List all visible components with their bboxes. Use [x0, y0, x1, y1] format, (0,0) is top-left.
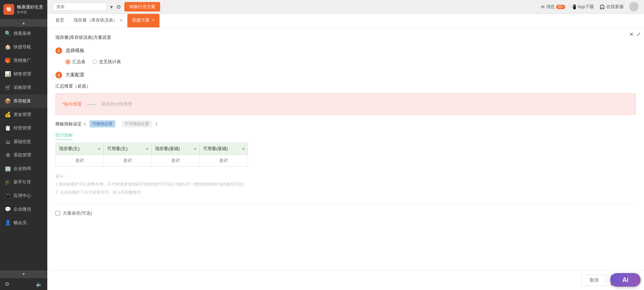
sidebar-item-inventory[interactable]: 📦 库存核算 — [0, 94, 47, 108]
sidebar-logo: 畅 畅康通好生意 标准版 — [0, 0, 47, 19]
save-label: 方案保存(可选) — [63, 210, 92, 216]
tab-home[interactable]: 首页 — [51, 14, 69, 27]
tab-inventory-label: 现存量（库存状况表） — [74, 17, 118, 23]
draggable-badge: 可拖动位置 — [90, 120, 115, 127]
indicator-settings: 模板指标设定（ 可拖动位置 不可拖动位置 ） — [55, 120, 636, 127]
app-download-item[interactable]: 📲 App下载 — [571, 4, 594, 10]
sidebar-item-wechat[interactable]: 💬 企业微信 — [0, 202, 47, 216]
sidebar-nav: 🔍 搜索菜单 🏠 快捷导航 🎁 营销推广 📊 销售管理 🛒 采购管理 📦 库存核… — [0, 27, 47, 270]
sidebar-scroll-up[interactable]: ▲ — [0, 19, 47, 27]
sidebar-label-operations: 经营管理 — [14, 125, 31, 131]
stats-col-2-label: 现存量(基辅) — [155, 146, 180, 152]
tab-inventory-status[interactable]: 现存量（库存状况表） ✕ — [69, 14, 127, 27]
sidebar-item-finance[interactable]: 💰 资金管理 — [0, 108, 47, 121]
tab-new-plan[interactable]: 新建方案 ✕ — [127, 14, 159, 27]
sidebar-label-purchase: 采购管理 — [14, 84, 31, 91]
messages-badge: 99+ — [556, 5, 565, 9]
stats-col-1: 可用量(主) ▾ — [104, 143, 152, 154]
sidebar-item-system[interactable]: ⚙ 系统管理 — [0, 148, 47, 162]
search-input[interactable] — [53, 3, 107, 11]
sidebar-item-sales[interactable]: 📊 销售管理 — [0, 67, 47, 81]
step1-title: 选择模板 — [66, 48, 84, 54]
headset-icon: 🎧 — [599, 4, 605, 9]
panel-expand-button[interactable]: ⤢ — [636, 31, 641, 38]
stats-col-0-label: 现存量(主) — [59, 146, 80, 152]
sidebar-item-enterprise[interactable]: 🏢 企业协同 — [0, 162, 47, 175]
messages-label: 消息 — [546, 4, 555, 10]
save-checkbox[interactable] — [55, 211, 60, 216]
stats-col-0-chevron[interactable]: ▾ — [98, 147, 100, 151]
tip-2: 2. 点击标题栏下拉可设置排序、插入列和删除列 — [55, 190, 141, 195]
sidebar: 畅 畅康通好生意 标准版 ▲ 🔍 搜索菜单 🏠 快捷导航 🎁 营销推广 📊 销售… — [0, 0, 47, 290]
money-icon: 💰 — [5, 112, 11, 118]
content-area: 现存量(库存状况表)方案设置 ✕ ⤢ 1 选择模板 汇总表 — [47, 28, 644, 270]
radio-summary[interactable]: 汇总表 — [66, 59, 85, 65]
dimension-placeholder: 请选择分组维度 — [101, 101, 132, 107]
dimension-dash: —— — [87, 102, 96, 107]
sidebar-label-sales: 销售管理 — [14, 71, 31, 77]
sidebar-item-member[interactable]: 👤 畅会员 — [0, 216, 47, 229]
panel-controls: ✕ ⤢ — [629, 31, 641, 38]
cancel-button[interactable]: 取消 — [581, 274, 607, 286]
online-service-item[interactable]: 🎧 在线客服 — [599, 4, 624, 10]
vertical-dimension-label: *纵向维度 — [63, 101, 82, 107]
stats-col-2: 现存量(基辅) ▾ — [152, 143, 200, 154]
sidebar-label-search-menu: 搜索菜单 — [14, 30, 31, 37]
stats-col-3-chevron[interactable]: ▾ — [243, 147, 244, 151]
tab-inventory-close-icon[interactable]: ✕ — [120, 18, 123, 23]
stats-col-2-chevron[interactable]: ▾ — [194, 147, 196, 151]
stats-col-1-chevron[interactable]: ▾ — [146, 147, 148, 151]
step2-section: 2 方案配置 汇总维度（必选） *纵向维度 —— 请选择分组维度 — [55, 72, 636, 216]
gift-icon: 🎁 — [5, 57, 11, 64]
sidebar-item-purchase[interactable]: 🛒 采购管理 — [0, 81, 47, 94]
sidebar-scroll-down[interactable]: ▼ — [0, 270, 47, 278]
step1-section: 1 选择模板 汇总表 交叉统计表 — [55, 47, 636, 65]
sidebar-item-quick-nav[interactable]: 🏠 快捷导航 — [0, 40, 47, 54]
sidebar-label-finance: 资金管理 — [14, 112, 31, 118]
stats-body-2: 合计 — [152, 155, 200, 166]
main-area: ▾ ⚙ 体验行业方案 ✉ 消息 99+ 📲 App下载 🎧 在线客服 首页 — [47, 0, 644, 290]
ai-float-button[interactable]: Ai — [610, 273, 641, 287]
radio-summary-dot — [66, 59, 70, 64]
topbar-right: ✉ 消息 99+ 📲 App下载 🎧 在线客服 — [541, 2, 639, 11]
chat-icon: 💬 — [5, 206, 11, 212]
speaker-icon[interactable]: 🔈 — [36, 281, 43, 287]
dropdown-icon[interactable]: ▾ — [110, 4, 113, 10]
not-draggable-badge: 不可拖动位置 — [122, 120, 152, 127]
clipboard-icon: 📋 — [5, 125, 11, 131]
sidebar-item-app-center[interactable]: 📱 应用中心 — [0, 189, 47, 202]
search-menu-icon: 🔍 — [5, 30, 11, 37]
sidebar-bottom: ⚙ 🔈 — [0, 278, 47, 290]
messages-item[interactable]: ✉ 消息 99+ — [541, 4, 565, 10]
step1-header: 1 选择模板 — [55, 47, 636, 54]
online-service-label: 在线客服 — [606, 4, 624, 10]
sidebar-item-basic-info[interactable]: 🗂 基础信息 — [0, 135, 47, 148]
sidebar-item-search-menu[interactable]: 🔍 搜索菜单 — [0, 27, 47, 40]
sidebar-label-app-center: 应用中心 — [14, 193, 31, 199]
industry-plan-button[interactable]: 体验行业方案 — [124, 2, 160, 11]
settings-icon[interactable]: ⚙ — [5, 281, 9, 287]
gear-sidebar-icon: ⚙ — [5, 152, 11, 158]
sidebar-item-marketing[interactable]: 🎁 营销推广 — [0, 54, 47, 67]
user-avatar[interactable] — [629, 2, 639, 11]
sidebar-item-operations[interactable]: 📋 经营管理 — [0, 121, 47, 135]
stats-label: 统计指标 — [55, 132, 73, 140]
topbar-gear-icon[interactable]: ⚙ — [116, 4, 121, 10]
sidebar-item-guide[interactable]: 🎓 新手引导 — [0, 175, 47, 189]
dimension-box[interactable]: *纵向维度 —— 请选择分组维度 — [55, 93, 636, 115]
radio-crosstab[interactable]: 交叉统计表 — [92, 59, 121, 65]
guide-icon: 🎓 — [5, 179, 11, 185]
stats-body-0: 合计 — [56, 155, 104, 166]
summary-dimension-title: 汇总维度（必选） — [55, 83, 636, 89]
panel-title: 现存量(库存状况表)方案设置 — [55, 34, 636, 41]
action-bar: 取消 查询 — [47, 270, 644, 290]
tab-new-plan-close-icon[interactable]: ✕ — [152, 18, 155, 23]
logo-icon: 畅 — [3, 4, 14, 15]
topbar: ▾ ⚙ 体验行业方案 ✉ 消息 99+ 📲 App下载 🎧 在线客服 — [47, 0, 644, 14]
panel-close-button[interactable]: ✕ — [629, 31, 634, 38]
tab-home-label: 首页 — [55, 17, 64, 23]
stats-table-body: 合计 合计 合计 合计 — [56, 154, 248, 166]
topbar-left: ▾ ⚙ 体验行业方案 — [53, 2, 160, 11]
summary-dim-label: 汇总维度（必选） — [55, 83, 91, 89]
summary-dimension-section: 汇总维度（必选） *纵向维度 —— 请选择分组维度 — [55, 83, 636, 115]
